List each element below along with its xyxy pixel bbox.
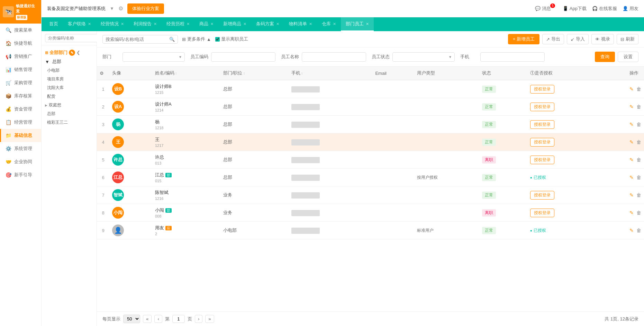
col-phone[interactable]: 手机 bbox=[289, 67, 373, 80]
auth-login-button[interactable]: 授权登录 bbox=[530, 120, 554, 129]
delete-button[interactable]: 🗑 bbox=[636, 175, 641, 180]
sidebar-item-guide[interactable]: 🎯 新手引导 bbox=[0, 168, 41, 182]
sidebar-item-basic[interactable]: 📁 基础信息 bbox=[0, 129, 41, 142]
close-icon[interactable]: ✕ bbox=[121, 22, 124, 26]
all-departments-header[interactable]: ⊞ 全部部门 ✎ ❮ bbox=[42, 48, 97, 57]
auth-login-button[interactable]: 授权登录 bbox=[530, 191, 554, 200]
tab-home[interactable]: 首页 bbox=[44, 17, 63, 31]
cell-auth[interactable]: 授权登录 bbox=[527, 204, 601, 222]
collapse-button[interactable]: ❮ bbox=[76, 50, 80, 55]
col-name[interactable]: 姓名/编码 bbox=[152, 67, 220, 80]
delete-button[interactable]: 🗑 bbox=[636, 228, 641, 233]
delete-button[interactable]: 🗑 bbox=[636, 86, 641, 92]
import-button[interactable]: ↙ 导入 bbox=[567, 34, 589, 44]
edit-button[interactable]: ✎ bbox=[629, 210, 634, 215]
next-page-button[interactable]: › bbox=[195, 315, 202, 323]
query-button[interactable]: 查询 bbox=[595, 52, 615, 62]
first-page-button[interactable]: « bbox=[143, 315, 152, 323]
page-input[interactable] bbox=[172, 315, 185, 323]
online-service-button[interactable]: 🎧 在线客服 bbox=[592, 6, 617, 12]
sidebar-item-finance[interactable]: 💰 资金管理 bbox=[0, 103, 41, 116]
cell-auth[interactable]: 授权登录 bbox=[527, 133, 601, 151]
delete-button[interactable]: 🗑 bbox=[636, 122, 641, 127]
phone-input[interactable] bbox=[480, 52, 545, 62]
auth-login-button[interactable]: 授权登录 bbox=[530, 138, 554, 147]
tab-goods[interactable]: 商品 ✕ bbox=[194, 17, 218, 31]
dept-item-peihuo[interactable]: 配货 bbox=[42, 92, 97, 101]
show-resigned-checkbox[interactable]: 显示离职员工 bbox=[215, 36, 248, 42]
reset-button[interactable]: 设置 bbox=[618, 52, 638, 62]
edit-button[interactable]: ✎ bbox=[629, 139, 634, 145]
add-employee-button[interactable]: + 新增员工 bbox=[508, 34, 539, 44]
delete-button[interactable]: 🗑 bbox=[636, 157, 641, 162]
sidebar-item-sales[interactable]: 📊 销售管理 bbox=[0, 63, 41, 76]
edit-button[interactable]: ✎ bbox=[629, 175, 634, 180]
message-button[interactable]: 💬 消息 5 bbox=[535, 6, 557, 12]
tab-customers[interactable]: 客户联络 ✕ bbox=[63, 17, 96, 31]
dept-item-xiaodian[interactable]: 小电部 bbox=[42, 66, 97, 75]
cell-auth[interactable]: 授权登录 bbox=[527, 151, 601, 169]
tab-warehouse[interactable]: 仓库 ✕ bbox=[317, 17, 341, 31]
close-icon[interactable]: ✕ bbox=[88, 22, 91, 26]
close-icon[interactable]: ✕ bbox=[333, 22, 336, 26]
dept-item-guzhi[interactable]: 植彩王三二 bbox=[42, 118, 97, 127]
dept-item-shenyang[interactable]: 沈阳大库 bbox=[42, 83, 97, 92]
sidebar-item-quicknav[interactable]: 🏠 快捷导航 bbox=[0, 37, 41, 50]
close-icon[interactable]: ✕ bbox=[243, 22, 246, 26]
user-avatar[interactable]: 👤 用友 bbox=[623, 6, 638, 12]
delete-button[interactable]: 🗑 bbox=[636, 192, 641, 198]
cell-auth[interactable]: 授权登录 bbox=[527, 98, 601, 116]
sidebar-item-purchase[interactable]: 🛒 采购管理 bbox=[0, 76, 41, 89]
per-page-select[interactable]: 50 bbox=[123, 315, 140, 323]
dept-select[interactable] bbox=[123, 52, 185, 62]
trial-button[interactable]: 体验行业方案 bbox=[127, 3, 164, 14]
edit-button[interactable]: ✎ bbox=[629, 192, 634, 198]
sidebar-item-collab[interactable]: 🤝 企业协同 bbox=[0, 155, 41, 168]
cell-auth[interactable]: 授权登录 bbox=[527, 80, 601, 98]
edit-button[interactable]: ✎ bbox=[629, 86, 634, 92]
settings-icon[interactable]: ⚙ bbox=[118, 5, 123, 12]
last-page-button[interactable]: » bbox=[205, 315, 214, 323]
emp-name-input[interactable] bbox=[302, 52, 366, 62]
col-settings[interactable]: ⚙ bbox=[97, 67, 109, 80]
delete-button[interactable]: 🗑 bbox=[636, 139, 641, 145]
close-icon[interactable]: ✕ bbox=[366, 22, 369, 26]
tab-profit[interactable]: 利润报告 ✕ bbox=[129, 17, 162, 31]
tab-materials[interactable]: 物料清单 ✕ bbox=[284, 17, 317, 31]
prev-page-button[interactable]: ‹ bbox=[154, 315, 162, 323]
view-button[interactable]: 👁 视录 bbox=[591, 34, 614, 44]
auth-login-button[interactable]: 授权登录 bbox=[530, 103, 554, 111]
export-button[interactable]: ↗ 导出 bbox=[542, 34, 564, 44]
edit-button[interactable]: ✎ bbox=[629, 122, 634, 127]
sidebar-item-search[interactable]: 🔍 搜索菜单 bbox=[0, 24, 41, 37]
tab-operations[interactable]: 经营情况 ✕ bbox=[96, 17, 129, 31]
dept-root[interactable]: ▼ 总部 bbox=[42, 57, 97, 66]
cell-auth[interactable]: 授权登录 bbox=[527, 186, 601, 204]
auth-login-button[interactable]: 授权登录 bbox=[530, 85, 554, 94]
close-icon[interactable]: ✕ bbox=[309, 22, 312, 26]
auth-login-button[interactable]: 授权登录 bbox=[530, 156, 554, 164]
close-icon[interactable]: ✕ bbox=[210, 22, 214, 26]
dept-item-xmfang[interactable]: 项目库房 bbox=[42, 75, 97, 83]
col-dept[interactable]: 部门/职位 bbox=[220, 67, 289, 80]
close-icon[interactable]: ✕ bbox=[154, 22, 157, 26]
delete-button[interactable]: 🗑 bbox=[636, 210, 641, 215]
delete-button[interactable]: 🗑 bbox=[636, 104, 641, 109]
more-filters-button[interactable]: ⊞ 更多条件 ▲ bbox=[182, 36, 211, 42]
edit-button[interactable]: ✎ bbox=[629, 104, 634, 109]
cell-auth[interactable]: 已授权 bbox=[527, 222, 601, 239]
auth-login-button[interactable]: 授权登录 bbox=[530, 209, 554, 217]
emp-code-input[interactable] bbox=[211, 52, 275, 62]
dept-item-zongbu2[interactable]: 总部 bbox=[42, 109, 97, 118]
edit-button[interactable]: ✎ bbox=[629, 228, 634, 233]
tab-staff[interactable]: 部门员工 ✕ bbox=[341, 17, 374, 31]
cell-auth[interactable]: 授权登录 bbox=[527, 116, 601, 133]
status-select[interactable] bbox=[392, 52, 455, 62]
sidebar-item-inventory[interactable]: 📦 库存核算 bbox=[0, 89, 41, 103]
dept-edit-button[interactable]: ✎ bbox=[69, 50, 75, 56]
sidebar-item-marketing[interactable]: 📢 营销推广 bbox=[0, 50, 41, 63]
dept-search-input[interactable] bbox=[45, 34, 103, 42]
search-icon[interactable]: 🔍 bbox=[169, 37, 175, 42]
tab-addgoods[interactable]: 新增商品 ✕ bbox=[218, 17, 251, 31]
tab-barcode[interactable]: 条码方案 ✕ bbox=[251, 17, 284, 31]
